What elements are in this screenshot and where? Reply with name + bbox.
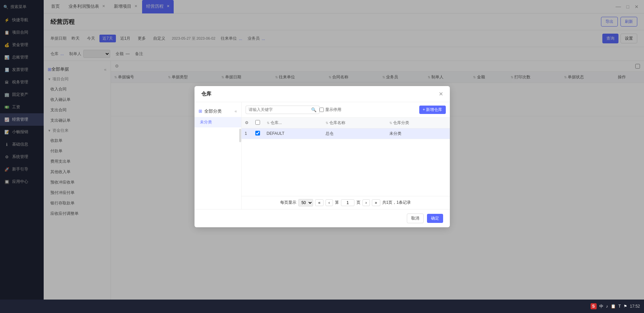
dialog-pagination: 每页显示 50 « ‹ 算 页 › » 共1页，1条记录 xyxy=(242,196,450,209)
taskbar-clipboard-icon[interactable]: 📋 xyxy=(611,304,616,309)
dialog-footer: 取消 确定 xyxy=(195,209,450,227)
col-settings-icon[interactable]: ⚙ xyxy=(242,118,252,128)
dialog-search-input[interactable] xyxy=(249,107,310,112)
dialog-toolbar: 🔍 显示停用 + 新增仓库 xyxy=(242,102,450,118)
dialog-header: 仓库 ✕ xyxy=(195,86,450,102)
col-warehouse-name: ⇅ 仓库名称 xyxy=(322,118,386,128)
taskbar-t-icon[interactable]: T xyxy=(618,304,621,309)
col-select-checkbox[interactable] xyxy=(252,118,263,128)
grid-icon: ⊞ xyxy=(199,109,202,114)
row-category-cell: 未分类 xyxy=(386,128,450,139)
warehouse-dialog: 仓库 ✕ ⊞ 全部分类 « 未分类 xyxy=(195,86,450,227)
row-code-cell: DEFAULT xyxy=(263,128,322,139)
dialog-close-icon[interactable]: ✕ xyxy=(439,91,443,97)
dialog-sidebar: ⊞ 全部分类 « 未分类 xyxy=(195,102,242,209)
dialog-all-categories[interactable]: ⊞ 全部分类 « xyxy=(195,106,241,117)
dialog-per-page-select[interactable]: 50 xyxy=(298,199,313,206)
dialog-table-wrap: ⚙ ⇅ 仓库... ⇅ 仓库名称 xyxy=(242,118,450,196)
taskbar-cn-icon[interactable]: 中 xyxy=(599,304,603,309)
col-gear-icon: ⚙ xyxy=(245,120,249,125)
dialog-total-label: 共1页，1条记录 xyxy=(382,200,411,205)
taskbar-time: 17:52 xyxy=(630,304,640,309)
table-row[interactable]: 1 DEFAULT 总仓 未分类 xyxy=(242,128,450,139)
dialog-search-box[interactable]: 🔍 xyxy=(246,106,319,114)
dialog-page-label: 算 xyxy=(335,200,339,205)
show-disabled-text: 显示停用 xyxy=(325,107,341,113)
dialog-per-page-label: 每页显示 xyxy=(280,200,296,205)
sidebar-collapse-icon[interactable]: « xyxy=(234,109,237,114)
col-warehouse-category: ⇅ 仓库分类 xyxy=(386,118,450,128)
row-id-cell: 1 xyxy=(242,128,252,139)
dialog-table: ⚙ ⇅ 仓库... ⇅ 仓库名称 xyxy=(242,118,450,139)
col-warehouse-code: ⇅ 仓库... xyxy=(263,118,322,128)
dialog-overlay: 仓库 ✕ ⊞ 全部分类 « 未分类 xyxy=(0,0,644,313)
confirm-button[interactable]: 确定 xyxy=(427,214,443,223)
taskbar-flag-icon[interactable]: ⚑ xyxy=(624,304,627,309)
taskbar-audio-icon[interactable]: ♪ xyxy=(606,304,608,309)
taskbar: S 中 ♪ 📋 T ⚑ 17:52 xyxy=(0,300,644,313)
dialog-prev-page[interactable]: ‹ xyxy=(326,199,333,206)
dialog-first-page[interactable]: « xyxy=(315,199,324,206)
dialog-main: 🔍 显示停用 + 新增仓库 ⚙ xyxy=(242,102,450,209)
dialog-page-suffix: 页 xyxy=(356,200,360,205)
row-checkbox-cell[interactable] xyxy=(252,128,263,139)
row-name-cell: 总仓 xyxy=(322,128,386,139)
dialog-last-page[interactable]: » xyxy=(372,199,380,206)
dialog-next-page[interactable]: › xyxy=(362,199,370,206)
taskbar-s-icon[interactable]: S xyxy=(591,303,597,309)
dialog-page-input[interactable] xyxy=(341,199,354,206)
row-checkbox[interactable] xyxy=(255,131,260,135)
sidebar-scrollbar-thumb[interactable] xyxy=(239,129,241,142)
cancel-button[interactable]: 取消 xyxy=(407,213,424,223)
table-select-all[interactable] xyxy=(255,120,260,125)
dialog-uncategorized[interactable]: 未分类 xyxy=(195,117,241,127)
dialog-body: ⊞ 全部分类 « 未分类 � xyxy=(195,102,450,209)
show-disabled-checkbox[interactable] xyxy=(319,108,324,112)
show-disabled-label[interactable]: 显示停用 xyxy=(319,107,341,113)
dialog-title: 仓库 xyxy=(201,91,211,97)
all-categories-label: 全部分类 xyxy=(204,108,222,114)
uncategorized-label: 未分类 xyxy=(200,120,212,124)
add-warehouse-button[interactable]: + 新增仓库 xyxy=(419,106,445,114)
dialog-search-icon: 🔍 xyxy=(311,107,316,112)
